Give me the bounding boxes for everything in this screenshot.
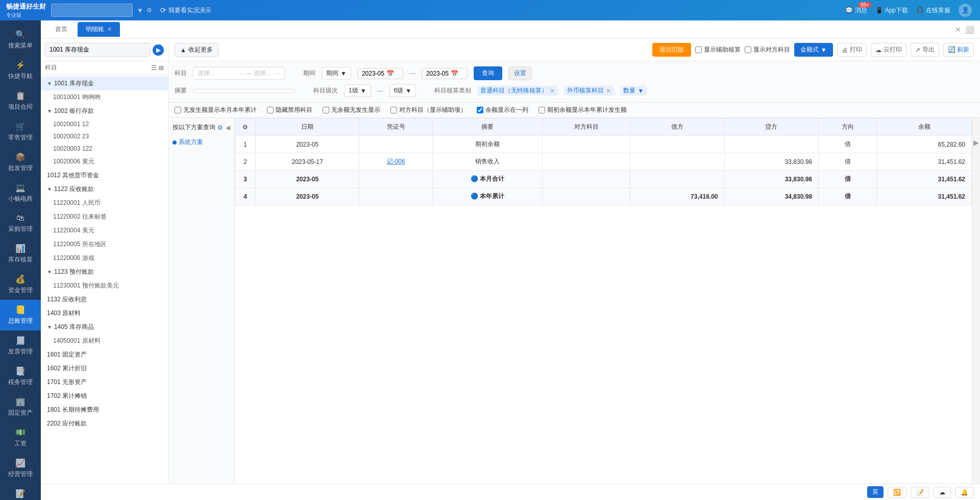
- top-search-input[interactable]: [51, 4, 133, 17]
- tree-item-1701[interactable]: 1701 无形资产: [41, 375, 168, 389]
- level-end-select[interactable]: 6级 ▼: [389, 84, 416, 97]
- app-download-button[interactable]: 📱 App下载: [875, 6, 908, 15]
- list-view-icon[interactable]: ☰: [151, 64, 157, 72]
- sidebar-item-search[interactable]: 🔍 搜索菜单: [0, 25, 41, 55]
- tree-item-11220004[interactable]: 11220004 美元: [41, 224, 168, 237]
- tree-item-1405[interactable]: ▼ 1405 库存商品: [41, 320, 168, 334]
- refresh-button[interactable]: 🔄 刷新: [943, 43, 974, 57]
- settings-button[interactable]: 设置: [508, 66, 532, 80]
- sidebar-item-inventory[interactable]: 📊 库存核算: [0, 239, 41, 269]
- tree-item-10020001[interactable]: 10020001 12: [41, 118, 168, 130]
- tree-item-10010001[interactable]: 10010001 哟哟哟: [41, 90, 168, 104]
- th-date: 日期: [256, 118, 359, 136]
- tree-item-1702[interactable]: 1702 累计摊销: [41, 389, 168, 403]
- bottom-icon-3[interactable]: ☁: [934, 487, 951, 498]
- sidebar-item-salary[interactable]: 💵 工资: [0, 422, 41, 453]
- window-maximize-icon[interactable]: ⬜: [965, 26, 974, 34]
- query-settings-icon[interactable]: ⚙: [217, 124, 223, 131]
- tree-item-11230001[interactable]: 11230001 预付账款美元: [41, 279, 168, 293]
- tree-item-1403[interactable]: 1403 原材料: [41, 306, 168, 320]
- tree-item-11220001[interactable]: 11220001 人民币: [41, 196, 168, 210]
- query-button[interactable]: 查询: [474, 66, 502, 80]
- sidebar-item-ledger[interactable]: 📒 总账管理: [0, 300, 41, 330]
- row4-credit: 34,830.98: [724, 188, 819, 205]
- tab-close-icon[interactable]: ✕: [107, 26, 112, 33]
- checkbox-hide-disabled[interactable]: 隐藏禁用科目: [267, 106, 312, 114]
- sidebar-item-finance[interactable]: 💰 资金管理: [0, 269, 41, 300]
- right-collapse-handle[interactable]: ▶: [972, 118, 980, 500]
- sidebar-item-assets[interactable]: 🏢 固定资产: [0, 392, 41, 422]
- sidebar-item-project[interactable]: 📋 项目合同: [0, 86, 41, 116]
- tree-item-1123[interactable]: ▼ 1123 预付账款: [41, 265, 168, 279]
- sidebar-item-invoice[interactable]: 🧾 发票管理: [0, 330, 41, 361]
- bottom-icon-2[interactable]: 📝: [911, 487, 929, 498]
- bottom-icon-1[interactable]: 🔁: [888, 487, 906, 498]
- checkbox-no-amount[interactable]: 无发生额显示本月本年累计: [175, 106, 257, 114]
- voucher-link[interactable]: 记-006: [387, 158, 405, 165]
- tree-item-1602[interactable]: 1602 累计折旧: [41, 362, 168, 375]
- tree-item-11220005[interactable]: 11220005 所在地区: [41, 237, 168, 251]
- user-avatar[interactable]: 👤: [959, 4, 974, 17]
- back-old-version-button[interactable]: 退回旧版: [652, 43, 691, 57]
- checkbox-opposite[interactable]: 对方科目（显示辅助项）: [390, 106, 467, 114]
- lang-button[interactable]: 英: [867, 486, 884, 498]
- tree-item-1132[interactable]: 1132 应收利息: [41, 293, 168, 306]
- bottom-icon-4[interactable]: 🔔: [955, 487, 974, 498]
- sidebar-item-expense[interactable]: 📝 小畅报销: [0, 484, 41, 500]
- show-opposite-checkbox[interactable]: 显示对方科目: [745, 45, 790, 54]
- row1-direction: 借: [819, 136, 877, 153]
- message-button[interactable]: 💬 消息 99+: [845, 6, 867, 15]
- tag-normal-close[interactable]: ✕: [550, 87, 555, 94]
- online-service-button[interactable]: 🎧 在线客服: [916, 6, 950, 15]
- cloud-print-button[interactable]: ☁ 云打印: [871, 43, 906, 57]
- sidebar-item-wholesale[interactable]: 📦 批发管理: [0, 147, 41, 178]
- query-panel-collapse[interactable]: ◀: [226, 124, 230, 131]
- next-account-button[interactable]: ▶: [153, 44, 164, 56]
- sidebar-item-ecommerce[interactable]: 💻 小畅电商: [0, 178, 41, 208]
- account-selector[interactable]: 1001 库存现金: [45, 43, 151, 57]
- checkbox-balance-one-col[interactable]: 余额显示在一列: [477, 106, 528, 114]
- demo-button[interactable]: ⟳ 我要看实况演示: [160, 6, 211, 15]
- tag-foreign-close[interactable]: ✕: [606, 87, 611, 94]
- tree-view-icon[interactable]: ⊞: [159, 64, 164, 72]
- right-panel: ▲ 收起更多 退回旧版 显示辅助核算 显示对方科目: [168, 39, 980, 500]
- tree-item-1801[interactable]: 1801 长期待摊费用: [41, 403, 168, 417]
- subject-filter-input[interactable]: 选择... ··· — 选择... ···: [193, 67, 285, 80]
- sidebar-label-ledger: 总账管理: [8, 317, 33, 325]
- main-content-area: 按以下方案查询 ⚙ ◀ 系统方案: [168, 118, 980, 500]
- tab-detail[interactable]: 明细账 ✕: [78, 22, 120, 37]
- checkbox-no-balance[interactable]: 无余额无发生显示: [323, 106, 380, 114]
- sidebar-item-quicknav[interactable]: ⚡ 快捷导航: [0, 55, 41, 86]
- tree-item-10020002[interactable]: 10020002 23: [41, 130, 168, 142]
- sidebar-item-tax[interactable]: 📑 税务管理: [0, 361, 41, 392]
- tree-item-10020003[interactable]: 10020003 122: [41, 142, 168, 155]
- query-scheme-item[interactable]: 系统方案: [173, 136, 230, 149]
- tree-item-14050001[interactable]: 14050001 原材料: [41, 334, 168, 348]
- tree-item-2202[interactable]: 2202 应付账款: [41, 417, 168, 431]
- print-button[interactable]: 🖨 打印: [837, 43, 867, 57]
- window-close-icon[interactable]: ✕: [955, 26, 961, 34]
- tree-item-1012[interactable]: 1012 其他货币资金: [41, 169, 168, 182]
- checkbox-ytd-balance[interactable]: 期初余额显示本年累计发生额: [538, 106, 627, 114]
- tree-item-10020006[interactable]: 10020006 黄元: [41, 155, 168, 169]
- tab-home[interactable]: 首页: [47, 22, 76, 37]
- summary-filter-input[interactable]: [193, 89, 295, 93]
- tree-item-1002[interactable]: ▼ 1002 银行存款: [41, 104, 168, 118]
- tree-item-1122[interactable]: ▼ 1122 应收账款: [41, 182, 168, 196]
- period-type-select[interactable]: 期间 ▼: [322, 67, 351, 80]
- sidebar-item-ops[interactable]: 📈 经营管理: [0, 453, 41, 484]
- tree-item-1601[interactable]: 1601 固定资产: [41, 348, 168, 362]
- tree-item-1001[interactable]: ▼ 1001 库存现金: [41, 77, 168, 90]
- sidebar-item-retail[interactable]: 🛒 零售管理: [0, 116, 41, 147]
- amount-type-button[interactable]: 金额式 ▼: [794, 43, 833, 57]
- period-start-input[interactable]: 2023-05 📅: [357, 68, 403, 79]
- export-button[interactable]: ↗ 导出: [911, 43, 939, 57]
- level-start-select[interactable]: 1级 ▼: [344, 84, 371, 97]
- show-aux-checkbox[interactable]: 显示辅助核算: [695, 45, 741, 54]
- sidebar-item-purchase[interactable]: 🛍 采购管理: [0, 208, 41, 239]
- more-button[interactable]: ▲ 收起更多: [175, 43, 218, 57]
- tree-item-11220002[interactable]: 11220002 往来标签: [41, 210, 168, 224]
- tree-item-11220006[interactable]: 11220006 游戏: [41, 251, 168, 265]
- period-end-input[interactable]: 2023-05 📅: [422, 68, 468, 79]
- th-debit: 借方: [630, 118, 724, 136]
